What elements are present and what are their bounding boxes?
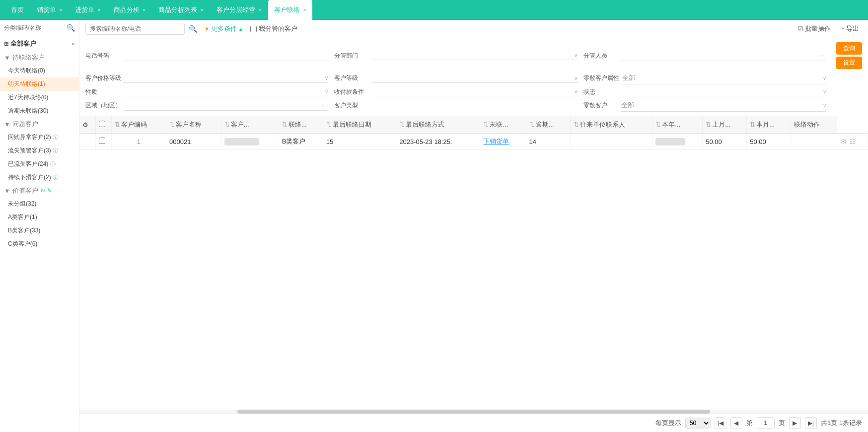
batch-operation-button[interactable]: ☑ 批量操作 xyxy=(795,23,834,35)
group-pending-contact[interactable]: ▼ 待联络客户 xyxy=(0,51,79,64)
sidebar-item-repurchase-abnormal[interactable]: 回购异常客户(2) ⓘ xyxy=(0,131,79,144)
my-customers-checkbox-label[interactable]: 我分管的客户 xyxy=(250,24,297,33)
sort-icon7: ⇅ xyxy=(483,121,489,128)
nav-customer-segment[interactable]: 客户分层经营 × xyxy=(211,0,267,20)
search-button[interactable]: 🔍 xyxy=(189,25,197,33)
page-number-input[interactable] xyxy=(757,417,775,429)
payment-filter-select[interactable]: ∨ xyxy=(372,87,577,96)
all-customers-header[interactable]: ⊞ 全部客户 « xyxy=(0,36,79,51)
message-icon[interactable]: ✉ xyxy=(840,138,846,145)
query-button[interactable]: 查询 xyxy=(836,42,862,55)
first-page-button[interactable]: |◀ xyxy=(715,417,726,429)
more-icon2: ··· xyxy=(322,102,328,109)
sidebar-item-c-class[interactable]: C类客户(6) xyxy=(0,237,79,251)
row-last-contact-date: 2023-05-23 18:25: xyxy=(396,134,480,150)
sidebar-item-a-class[interactable]: A类客户(1) xyxy=(0,211,79,224)
manager-filter-select[interactable]: ··· xyxy=(621,51,826,61)
retail-attr-filter-select[interactable]: 全部 ∨ xyxy=(622,72,826,84)
sidebar-item-churn-warning[interactable]: 流失预警客户(3) ⓘ xyxy=(0,144,79,157)
filter-field-customer-level: 客户等级 ∨ xyxy=(334,74,577,83)
close-sales-icon[interactable]: × xyxy=(59,7,62,13)
sort-icon: ⇅ xyxy=(115,121,120,128)
customer-level-filter-select[interactable]: ∨ xyxy=(372,74,577,83)
sidebar-item-today[interactable]: 今天待联络(0) xyxy=(0,64,79,77)
scrollbar-thumb[interactable] xyxy=(237,410,711,414)
sidebar-item-tomorrow[interactable]: 明天待联络(1) xyxy=(0,77,79,91)
close-customer-contact-icon[interactable]: × xyxy=(303,7,306,13)
group-value-customers[interactable]: ▼ 价值客户 ↻ ✎ xyxy=(0,184,79,197)
customer-table: ⚙ ⇅客户编码 ⇅客户名称 ⇅客户... xyxy=(79,116,868,150)
nav-customer-contact[interactable]: 客户联络 × xyxy=(268,0,312,20)
filter-field-retail-attr: 零散客户属性 全部 ∨ xyxy=(583,72,826,84)
filter-field-payment: 收付款条件 ∨ xyxy=(334,87,577,96)
search-input[interactable] xyxy=(85,23,185,35)
row-this-month xyxy=(791,134,837,150)
sidebar-item-declining[interactable]: 持续下滑客户(2) ⓘ xyxy=(0,171,79,184)
nav-purchase[interactable]: 进货单 × xyxy=(69,0,106,20)
group-problem-customers[interactable]: ▼ 问题客户 xyxy=(0,118,79,131)
sidebar-search-input[interactable] xyxy=(4,24,67,31)
customer-type-filter-select[interactable] xyxy=(372,104,577,107)
my-customers-checkbox[interactable] xyxy=(250,26,257,32)
row-action: ✉ ☷ xyxy=(837,134,868,150)
row-num: 1 xyxy=(111,134,166,150)
next-page-button[interactable]: ▶ xyxy=(789,417,801,429)
select-all-checkbox[interactable] xyxy=(99,121,105,127)
contact-method-link[interactable]: 下销货单 xyxy=(483,138,509,145)
dept-filter-select[interactable]: ∨ xyxy=(372,51,577,60)
close-product-analysis-list-icon[interactable]: × xyxy=(200,7,203,13)
close-purchase-icon[interactable]: × xyxy=(97,7,100,13)
nav-product-analysis[interactable]: 商品分析 × xyxy=(108,0,151,20)
nav-product-analysis-list[interactable]: 商品分析列表 × xyxy=(152,0,209,20)
horizontal-scrollbar[interactable] xyxy=(79,410,868,414)
sort-icon10: ⇅ xyxy=(655,121,661,128)
prev-page-button[interactable]: ◀ xyxy=(730,417,742,429)
col-unreached: ⇅未联... xyxy=(480,116,526,134)
close-customer-segment-icon[interactable]: × xyxy=(258,7,261,13)
chevron-down-icon: ∨ xyxy=(574,53,578,58)
sidebar-item-7days[interactable]: 近7天待联络(0) xyxy=(0,91,79,104)
sort-icon2: ⇅ xyxy=(169,121,175,128)
sidebar-item-churned[interactable]: 已流失客户(24) ⓘ xyxy=(0,157,79,171)
last-page-button[interactable]: ▶| xyxy=(805,417,817,429)
col-action: 联络动作 xyxy=(791,116,837,134)
filter-row-2: 客户价格等级 ∨ 客户等级 ∨ 零散客户属性 全部 ∨ xyxy=(85,72,862,84)
data-table-area: ⚙ ⇅客户编码 ⇅客户名称 ⇅客户... xyxy=(79,116,868,410)
close-product-analysis-icon[interactable]: × xyxy=(143,7,145,13)
settings-button[interactable]: 设置 xyxy=(836,57,862,69)
filter-field-dept: 分管部门 ∨ xyxy=(334,51,577,60)
row-select-checkbox[interactable] xyxy=(99,138,105,144)
col-customer-name: ⇅客户名称 xyxy=(166,116,221,134)
chevron-down-icon8: ∨ xyxy=(823,103,826,108)
sidebar-item-overdue[interactable]: 逾期未联络(30) xyxy=(0,104,79,118)
gear-icon[interactable]: ⚙ xyxy=(82,121,88,129)
row-checkbox xyxy=(95,134,111,150)
sidebar: 🔍 ⊞ 全部客户 « ▼ 待联络客户 今天待联络(0) 明天待联络(1) 近7天… xyxy=(0,20,79,432)
sidebar-item-ungrouped[interactable]: 未分组(32) xyxy=(0,197,79,211)
phone-filter-input[interactable] xyxy=(123,51,328,61)
arrow-down-icon2: ▼ xyxy=(4,121,10,128)
row-settings xyxy=(79,134,95,150)
status-filter-select[interactable]: ∨ xyxy=(621,87,826,96)
edit-icon[interactable]: ✎ xyxy=(47,187,52,194)
refresh-icon[interactable]: ↻ xyxy=(40,187,45,194)
col-this-month: ⇅本月... xyxy=(747,116,791,134)
col-contacts: ⇅联络... xyxy=(279,116,323,134)
filter-row-3: 性质 ∨ 收付款条件 ∨ 状态 ∨ xyxy=(85,87,862,96)
export-button[interactable]: ↑ 导出 xyxy=(839,23,863,35)
sidebar-search-icon[interactable]: 🔍 xyxy=(67,24,75,32)
col-last-contact-method: ⇅最后联络方式 xyxy=(396,116,480,134)
filter-field-nature: 性质 ∨ xyxy=(85,87,328,96)
price-level-filter-select[interactable]: ∨ xyxy=(124,74,328,83)
retail-customer-filter-select[interactable]: 全部 ∨ xyxy=(621,99,826,112)
sidebar-item-b-class[interactable]: B类客户(33) xyxy=(0,224,79,237)
nature-filter-select[interactable]: ∨ xyxy=(123,87,328,96)
chevron-down-icon2: ∨ xyxy=(325,75,328,81)
nav-sales[interactable]: 销货单 × xyxy=(31,0,68,20)
page-size-select[interactable]: 50 100 200 xyxy=(685,418,711,429)
more-conditions-button[interactable]: ▼ 更多条件 ▲ xyxy=(201,23,246,35)
col-overdue: ⇅逾期... xyxy=(526,116,570,134)
region-filter-select[interactable]: ··· xyxy=(124,100,328,111)
nav-home[interactable]: 首页 xyxy=(5,0,30,20)
grid-action-icon[interactable]: ☷ xyxy=(849,138,856,145)
